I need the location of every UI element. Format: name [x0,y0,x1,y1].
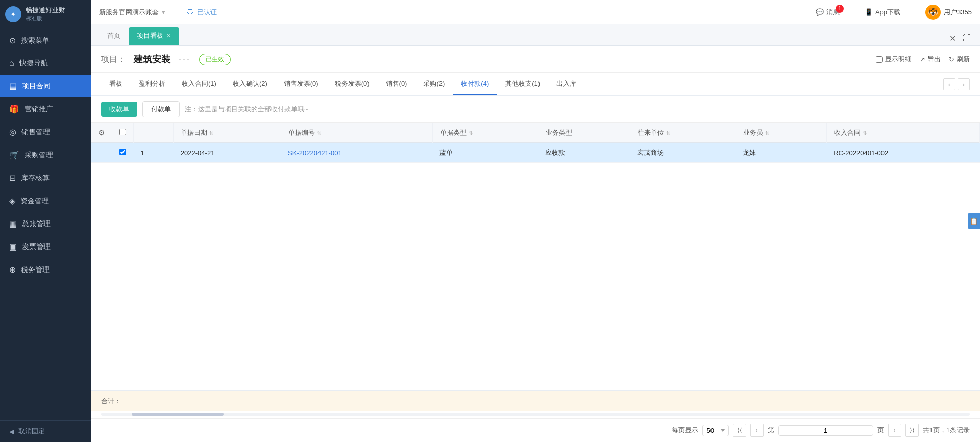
sidebar-item-marketing[interactable]: 🎁 营销推广 [0,97,91,120]
export-btn[interactable]: ↗ 导出 [920,55,941,64]
topbar: 新服务官网演示账套 ▾ 🛡 已认证 💬 消息 1 📱 App下载 🐯 用户335… [91,0,980,24]
sidebar-item-purchase[interactable]: 🛒 采购管理 [0,143,91,166]
page-number-input[interactable] [778,425,873,436]
sidebar-unpin[interactable]: ◀ 取消固定 [0,420,91,442]
topbar-app-btn[interactable]: 📱 App下载 [865,8,900,17]
sub-tab-sales-invoice-label: 销售发票(0) [284,80,318,87]
summary-row: 合计： [91,390,980,411]
sub-tabs-arrows: ‹ › [943,78,970,90]
sub-tab-income-confirm[interactable]: 收入确认(2) [225,73,276,95]
certified-label: 已认证 [197,8,217,17]
page-prev-btn[interactable]: ‹ [750,424,764,437]
select-all-checkbox[interactable] [119,129,126,135]
sub-tab-sales-invoice[interactable]: 销售发票(0) [276,73,327,95]
right-panel-toggle[interactable]: 📋 [968,213,980,229]
row-checkbox[interactable] [119,149,126,155]
window-close-btn[interactable]: ✕ [947,33,958,43]
sidebar-item-label: 总账管理 [22,219,51,229]
sidebar-item-label: 快捷导航 [19,59,48,68]
project-header-actions: 显示明细 ↗ 导出 ↻ 刷新 [876,55,970,64]
row-number[interactable]: SK-20220421-001 [281,143,432,163]
home-icon: ⌂ [9,59,14,68]
topbar-certified: 🛡 已认证 [186,8,217,17]
sub-tab-income-contract[interactable]: 收入合同(1) [174,73,225,95]
search-icon: ⊙ [9,36,16,45]
column-settings-icon[interactable]: ⚙ [98,128,105,137]
th-income-contract[interactable]: 收入合同 ⇅ [826,123,979,143]
topbar-user[interactable]: 🐯 用户3355 [925,5,972,20]
app-logo: ✦ [5,6,21,22]
horizontal-scrollbar[interactable] [101,413,970,416]
th-number[interactable]: 单据编号 ⇅ [281,123,432,143]
purchase-icon: 🛒 [9,150,19,160]
sub-tab-purchase-label: 采购(2) [423,80,445,87]
sub-tab-sales[interactable]: 销售(0) [378,73,415,95]
th-partner[interactable]: 往来单位 ⇅ [630,123,736,143]
topbar-project-selector[interactable]: 新服务官网演示账套 ▾ [99,8,165,17]
sub-tab-collection[interactable]: 收付款(4) [453,73,497,95]
payment-tab-btn[interactable]: 付款单 [142,101,180,117]
sub-tab-stock[interactable]: 出入库 [548,73,584,95]
sidebar-item-ledger[interactable]: ▦ 总账管理 [0,212,91,235]
unpin-icon: ◀ [9,428,14,435]
sidebar-item-invoice[interactable]: ▣ 发票管理 [0,235,91,258]
sidebar-item-finance[interactable]: ◈ 资金管理 [0,189,91,212]
row-checkbox-cell [112,143,134,163]
window-maximize-btn[interactable]: ⛶ [962,33,972,43]
sidebar-item-label: 发票管理 [22,242,51,252]
tab-project-board[interactable]: 项目看板 ✕ [129,27,179,45]
row-number-link[interactable]: SK-20220421-001 [288,149,342,157]
th-date[interactable]: 单据日期 ⇅ [174,123,281,143]
sub-tab-profit-label: 盈利分析 [139,80,165,87]
refresh-btn[interactable]: ↻ 刷新 [949,55,970,64]
sub-tab-other[interactable]: 其他收支(1) [497,73,548,95]
sidebar-app-title: 畅捷通好业财 [26,6,65,15]
row-date: 2022-04-21 [174,143,281,163]
th-salesperson[interactable]: 业务员 ⇅ [736,123,826,143]
scrollbar-thumb[interactable] [132,413,224,416]
page-first-btn[interactable]: ⟨⟨ [733,424,746,437]
sub-tab-kanban[interactable]: 看板 [101,73,131,95]
sub-tab-tax-invoice[interactable]: 税务发票(0) [327,73,378,95]
sidebar-item-inventory[interactable]: ⊟ 库存核算 [0,166,91,189]
page-last-btn[interactable]: ⟩⟩ [905,424,919,437]
sidebar-brand: 畅捷通好业财 标准版 [26,6,65,22]
sidebar-item-label: 项目合同 [22,82,51,91]
sidebar-item-tax[interactable]: ⊕ 税务管理 [0,258,91,281]
project-more-btn[interactable]: ··· [179,54,191,65]
sub-tab-purchase[interactable]: 采购(2) [415,73,453,95]
tabbar: 首页 项目看板 ✕ ✕ ⛶ [91,24,980,46]
sidebar-item-search[interactable]: ⊙ 搜索菜单 [0,29,91,52]
sort-icon-date: ⇅ [209,130,213,136]
sub-tab-collection-label: 收付款(4) [461,80,489,87]
row-income-contract: RC-20220401-002 [826,143,979,163]
tab-home[interactable]: 首页 [99,27,129,45]
tab-close-icon[interactable]: ✕ [166,33,171,39]
show-detail-input[interactable] [876,56,883,63]
page-next-btn[interactable]: › [888,424,901,437]
collection-tab-btn[interactable]: 收款单 [101,102,137,117]
sub-tab-income-contract-label: 收入合同(1) [182,80,216,87]
avatar: 🐯 [925,5,941,20]
sidebar-item-sales[interactable]: ◎ 销售管理 [0,120,91,143]
show-detail-checkbox[interactable]: 显示明细 [876,55,912,64]
th-type[interactable]: 单据类型 ⇅ [432,123,538,143]
sub-tabs: 看板 盈利分析 收入合同(1) 收入确认(2) 销售发票(0) 税务发票(0) … [91,73,980,96]
topbar-msg-btn[interactable]: 💬 消息 1 [816,8,840,17]
sidebar-item-project-contract[interactable]: ▤ 项目合同 [0,75,91,97]
sidebar-item-label: 资金管理 [20,197,49,206]
sort-icon-salesperson: ⇅ [765,130,769,136]
table-row[interactable]: 1 2022-04-21 SK-20220421-001 蓝单 应收款 宏茂商场… [91,143,980,163]
sub-tab-scroll-right[interactable]: › [958,78,970,90]
sidebar-item-quicknav[interactable]: ⌂ 快捷导航 [0,52,91,75]
checkbox-col-header [112,123,134,143]
panel-icon: 📋 [970,217,978,225]
sub-tab-scroll-left[interactable]: ‹ [943,78,955,90]
project-icon: ▤ [9,81,17,91]
sub-tab-kanban-label: 看板 [109,80,122,87]
per-page-select[interactable]: 50 10 20 100 [702,425,729,436]
topbar-divider [176,7,176,17]
sub-tab-profit[interactable]: 盈利分析 [131,73,174,95]
tab-project-board-label: 项目看板 [137,31,163,40]
topbar-divider2 [852,7,852,17]
